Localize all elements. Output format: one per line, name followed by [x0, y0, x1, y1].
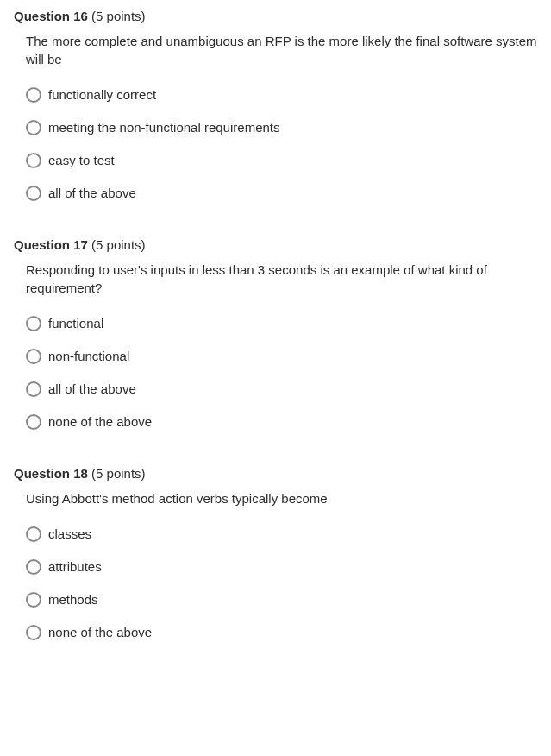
question-prompt: Responding to user's inputs in less than…: [14, 261, 537, 297]
options-list: functionally correct meeting the non-fun…: [14, 87, 537, 201]
radio-icon[interactable]: [26, 87, 41, 103]
question-16: Question 16 (5 points) The more complete…: [14, 9, 537, 201]
question-number: Question 17: [14, 237, 88, 252]
radio-icon[interactable]: [26, 381, 41, 397]
option-row[interactable]: attributes: [26, 559, 537, 575]
question-header: Question 18 (5 points): [14, 466, 537, 481]
radio-icon[interactable]: [26, 559, 41, 575]
option-row[interactable]: easy to test: [26, 153, 537, 168]
question-18: Question 18 (5 points) Using Abbott's me…: [14, 466, 537, 640]
option-label: none of the above: [48, 414, 152, 430]
option-label: easy to test: [48, 153, 115, 168]
option-label: attributes: [48, 559, 102, 575]
option-label: classes: [48, 526, 91, 542]
radio-icon[interactable]: [26, 316, 41, 331]
option-row[interactable]: methods: [26, 592, 537, 608]
questions-container: Question 16 (5 points) The more complete…: [14, 9, 537, 640]
radio-icon[interactable]: [26, 625, 41, 640]
option-row[interactable]: none of the above: [26, 414, 537, 430]
radio-icon[interactable]: [26, 120, 41, 135]
question-prompt: Using Abbott's method action verbs typic…: [14, 489, 537, 507]
option-row[interactable]: meeting the non-functional requirements: [26, 120, 537, 135]
question-number: Question 18: [14, 466, 88, 481]
question-prompt: The more complete and unambiguous an RFP…: [14, 32, 537, 68]
radio-icon[interactable]: [26, 592, 41, 608]
option-label: functionally correct: [48, 87, 156, 103]
option-row[interactable]: functional: [26, 316, 537, 331]
option-row[interactable]: all of the above: [26, 381, 537, 397]
option-row[interactable]: all of the above: [26, 186, 537, 201]
question-points: (5 points): [91, 237, 146, 252]
question-17: Question 17 (5 points) Responding to use…: [14, 237, 537, 430]
options-list: classes attributes methods none of the a…: [14, 526, 537, 640]
option-label: non-functional: [48, 349, 129, 364]
question-number: Question 16: [14, 9, 88, 23]
option-label: all of the above: [48, 186, 136, 201]
option-label: methods: [48, 592, 98, 608]
options-list: functional non-functional all of the abo…: [14, 316, 537, 430]
option-label: all of the above: [48, 381, 136, 397]
radio-icon[interactable]: [26, 414, 41, 430]
radio-icon[interactable]: [26, 349, 41, 364]
option-row[interactable]: non-functional: [26, 349, 537, 364]
option-row[interactable]: classes: [26, 526, 537, 542]
option-label: none of the above: [48, 625, 152, 640]
radio-icon[interactable]: [26, 153, 41, 168]
question-header: Question 17 (5 points): [14, 237, 537, 252]
question-header: Question 16 (5 points): [14, 9, 537, 23]
radio-icon[interactable]: [26, 526, 41, 542]
radio-icon[interactable]: [26, 186, 41, 201]
question-points: (5 points): [91, 9, 146, 23]
option-label: functional: [48, 316, 103, 331]
option-row[interactable]: none of the above: [26, 625, 537, 640]
option-label: meeting the non-functional requirements: [48, 120, 280, 135]
question-points: (5 points): [91, 466, 146, 481]
option-row[interactable]: functionally correct: [26, 87, 537, 103]
